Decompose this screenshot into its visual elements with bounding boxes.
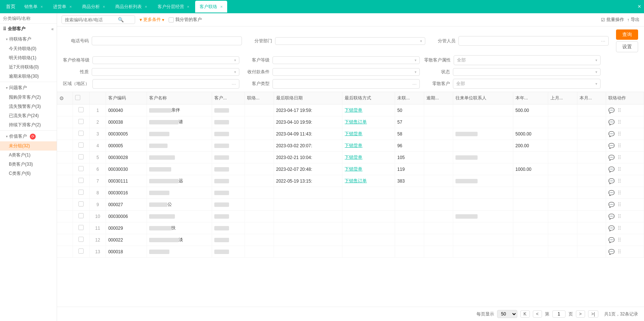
settings-icon[interactable]: ⚙ [59, 95, 64, 101]
close-customer-contact-tab[interactable]: × [220, 4, 222, 9]
all-customers-header[interactable]: ⠿ 全部客户 « [0, 24, 57, 34]
contact-icon[interactable]: 💬 [608, 190, 615, 196]
close-sales-tab[interactable]: × [41, 4, 43, 9]
th-unit-contact[interactable]: 往来单位联系人 [453, 92, 513, 105]
nav-tab-purchase[interactable]: 进货单 × [49, 1, 76, 13]
nav-tab-product-analysis[interactable]: 商品分析 × [78, 1, 109, 13]
last-contact-way-link[interactable]: 下销货单 [345, 107, 362, 113]
sidebar-item-class-b[interactable]: B类客户(33) [0, 160, 57, 169]
row-checkbox[interactable] [78, 237, 84, 242]
sidebar-item-ungrouped[interactable]: 未分组(32) [0, 141, 57, 151]
more-action-icon[interactable]: ⠿ [617, 237, 621, 243]
td-check[interactable] [73, 234, 89, 246]
page-number-input[interactable] [552, 310, 566, 318]
close-product-analysis-tab[interactable]: × [103, 4, 105, 9]
row-checkbox[interactable] [78, 178, 84, 183]
row-checkbox[interactable] [78, 119, 84, 124]
contact-icon[interactable]: 💬 [608, 143, 615, 149]
nav-home[interactable]: 首页 [3, 2, 18, 11]
prev-page-btn[interactable]: < [533, 310, 542, 318]
more-action-icon[interactable]: ⠿ [617, 155, 621, 160]
td-check[interactable] [73, 140, 89, 152]
pending-contact-group[interactable]: ▾ 待联络客户 [0, 34, 57, 44]
row-checkbox[interactable] [78, 107, 84, 112]
th-code[interactable]: 客户编码 [106, 92, 147, 105]
first-page-btn[interactable]: K [520, 310, 530, 318]
contact-icon[interactable]: 💬 [608, 107, 615, 113]
td-check[interactable] [73, 152, 89, 163]
last-contact-way-link[interactable]: 下销货单 [345, 166, 362, 172]
more-action-icon[interactable]: ⠿ [617, 131, 621, 137]
customer-level-select[interactable]: ▾ [272, 56, 420, 64]
close-purchase-tab[interactable]: × [69, 4, 71, 9]
last-contact-way-link[interactable]: 下销货单 [345, 155, 362, 160]
td-check[interactable] [73, 105, 89, 116]
th-check[interactable] [73, 92, 89, 105]
contact-icon[interactable]: 💬 [608, 166, 615, 172]
td-check[interactable] [73, 116, 89, 128]
more-conditions-btn[interactable]: ▾ 更多条件 ▾ [140, 17, 164, 23]
th-last-contact-date[interactable]: 最后联络日期 [274, 92, 342, 105]
search-icon[interactable]: 🔍 [118, 17, 124, 22]
last-contact-way-link[interactable]: 下销货单 [345, 131, 362, 136]
row-checkbox[interactable] [78, 142, 84, 148]
more-action-icon[interactable]: ⠿ [617, 178, 621, 184]
export-btn[interactable]: ↑ 导出 [627, 17, 640, 23]
th-this-year[interactable]: 本年... [513, 92, 548, 105]
nav-tab-customer-contact[interactable]: 客户联络 × [195, 1, 227, 13]
select-all-checkbox[interactable] [75, 95, 80, 100]
sidebar-item-churn-warning[interactable]: 流失预警客户(3) [0, 102, 57, 111]
sidebar-item-churned[interactable]: 已流失客户(24) [0, 111, 57, 120]
sidebar-item-7day-pending[interactable]: 近7天待联络(0) [0, 63, 57, 72]
my-customers-check[interactable] [169, 17, 174, 22]
th-overdue[interactable]: 逾期... [424, 92, 453, 105]
price-level-select[interactable]: ▾ [92, 56, 239, 64]
more-action-icon[interactable]: ⠿ [617, 249, 621, 255]
close-product-list-tab[interactable]: × [145, 4, 147, 9]
sidebar-item-tomorrow-pending[interactable]: 明天待联络(1) [0, 53, 57, 63]
th-type[interactable]: 客户... [212, 92, 244, 105]
row-checkbox[interactable] [78, 131, 84, 136]
batch-operation-btn[interactable]: ☑ 批量操作 [601, 17, 624, 23]
category-search-input[interactable] [3, 16, 57, 21]
last-contact-way-link[interactable]: 下销货单 [345, 143, 362, 148]
more-action-icon[interactable]: ⠿ [617, 166, 621, 172]
td-check[interactable] [73, 163, 89, 175]
contact-icon[interactable]: 💬 [608, 225, 615, 231]
last-contact-way-link[interactable]: 下销售订单 [345, 119, 367, 124]
th-settings[interactable]: ⚙ [57, 92, 73, 105]
nav-tab-sales[interactable]: 销售单 × [20, 1, 47, 13]
reset-button[interactable]: 设置 [616, 41, 638, 52]
problem-customers-group[interactable]: ▾ 问题客户 [0, 83, 57, 93]
row-checkbox[interactable] [78, 248, 84, 254]
collapse-sidebar-btn[interactable]: « [51, 27, 54, 32]
more-action-icon[interactable]: ⠿ [617, 225, 621, 231]
last-page-btn[interactable]: >| [588, 310, 598, 318]
row-checkbox[interactable] [78, 190, 84, 195]
phone-input[interactable] [92, 36, 242, 45]
value-customers-group[interactable]: ▾ 价值客户 ⟳ [0, 131, 57, 141]
sidebar-item-class-c[interactable]: C类客户(6) [0, 169, 57, 178]
nature-select[interactable]: ▾ [92, 68, 239, 76]
close-customer-layering-tab[interactable]: × [187, 4, 189, 9]
query-button[interactable]: 查询 [616, 29, 638, 40]
row-checkbox[interactable] [78, 201, 84, 207]
td-check[interactable] [73, 222, 89, 234]
th-name[interactable]: 客户名称 [147, 92, 212, 105]
td-check[interactable] [73, 187, 89, 199]
contact-icon[interactable]: 💬 [608, 237, 615, 243]
th-contact[interactable]: 联络... [244, 92, 274, 105]
close-window-btn[interactable]: × [638, 3, 641, 10]
row-checkbox[interactable] [78, 166, 84, 171]
last-contact-way-link[interactable]: 下销售订单 [345, 178, 367, 183]
contact-icon[interactable]: 💬 [608, 214, 615, 219]
payment-select[interactable]: ▾ [272, 68, 420, 76]
contact-icon[interactable]: 💬 [608, 178, 615, 184]
next-page-btn[interactable]: > [576, 310, 585, 318]
more-action-icon[interactable]: ⠿ [617, 190, 621, 196]
row-checkbox[interactable] [78, 154, 84, 159]
customer-type-dots-btn[interactable]: ··· [412, 81, 417, 87]
contact-icon[interactable]: 💬 [608, 249, 615, 255]
contact-icon[interactable]: 💬 [608, 131, 615, 137]
region-dots-btn[interactable]: ··· [232, 81, 236, 87]
